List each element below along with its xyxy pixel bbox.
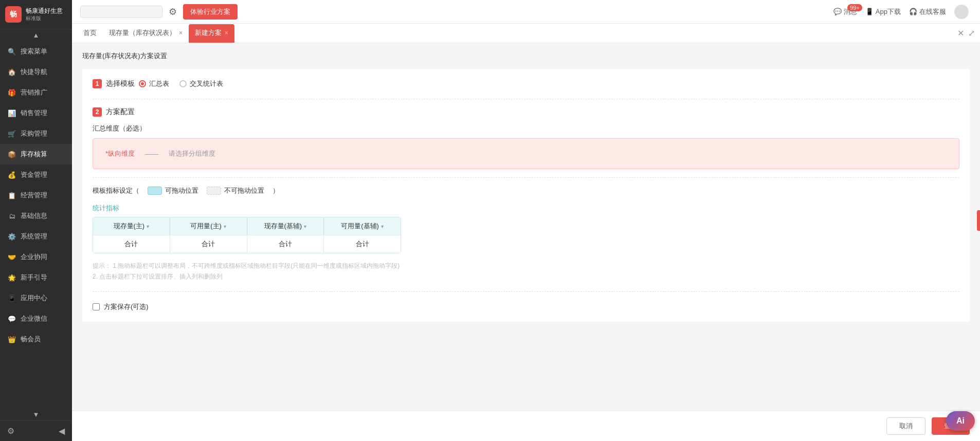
section-1-num: 1	[93, 79, 102, 88]
sidebar-item-basic[interactable]: 🗂 基础信息	[0, 206, 72, 226]
tab-expand-btn[interactable]: ⤢	[968, 28, 975, 38]
topbar-search-input[interactable]	[80, 6, 162, 18]
section-2-header: 2 方案配置	[93, 107, 959, 117]
tab-inventory[interactable]: 现存量（库存状况表） ×	[103, 24, 189, 43]
main: ⚙ 体验行业方案 💬 消息 99+ 📱 App下载 🎧 在线客服	[72, 0, 980, 441]
gear-icon: ⚙️	[7, 232, 16, 241]
chart-icon: 📊	[7, 108, 16, 118]
section-1-title: 选择模板	[106, 79, 135, 88]
box-icon: 📦	[7, 150, 16, 159]
cancel-button[interactable]: 取消	[886, 417, 925, 435]
topbar-settings-icon[interactable]: ⚙	[169, 6, 177, 17]
sidebar-item-purchase[interactable]: 🛒 采购管理	[0, 123, 72, 144]
topbar-app[interactable]: 📱 App下载	[865, 7, 901, 16]
tips-section: 提示： 1.拖动标题栏可以调整布局，不可跨维度或指标区域拖动栏目字段(只能在同一…	[93, 262, 959, 281]
sidebar-item-member[interactable]: 👑 畅会员	[0, 329, 72, 350]
stats-table: 现存量(主) ▾ 可用量(主) ▾ 现存量(基辅) ▾	[93, 217, 401, 253]
section-2-title: 方案配置	[106, 107, 135, 117]
ai-button[interactable]: Ai	[946, 411, 975, 431]
section-2: 2 方案配置 汇总维度（必选） *纵向维度 —— 请选择分组维度 模板指标设定（	[93, 107, 959, 281]
section-1-header: 1 选择模板 汇总表 交叉统计表	[93, 79, 959, 88]
stats-col-0[interactable]: 现存量(主) ▾	[93, 217, 170, 235]
dim-label: 汇总维度（必选）	[93, 124, 959, 133]
sidebar-logo-icon: 畅	[5, 6, 22, 23]
topbar-message[interactable]: 💬 消息 99+	[833, 7, 857, 16]
stats-section: 统计指标 现存量(主) ▾ 可用量(主) ▾	[93, 204, 959, 253]
dim-placeholder: 请选择分组维度	[169, 149, 215, 158]
settings-panel: 1 选择模板 汇总表 交叉统计表	[82, 69, 970, 322]
section-divider-3	[93, 291, 959, 292]
mobile-icon: 📱	[7, 293, 16, 303]
stats-data-0: 合计	[93, 235, 170, 253]
template-label-suffix: ）	[273, 186, 279, 195]
template-label-prefix: 模板指标设定（	[93, 186, 139, 195]
sidebar-item-marketing[interactable]: 🎁 营销推广	[0, 82, 72, 103]
tab-home[interactable]: 首页	[77, 24, 103, 43]
page-title: 现存量(库存状况表)方案设置	[82, 51, 970, 61]
non-draggable-box	[207, 187, 221, 195]
tab-new-scheme-close[interactable]: ×	[225, 29, 228, 36]
tabs-bar: 首页 现存量（库存状况表） × 新建方案 × ✕ ⤢	[72, 24, 980, 43]
sidebar-item-operation[interactable]: 📋 经营管理	[0, 185, 72, 206]
radio-cross[interactable]: 交叉统计表	[179, 79, 223, 88]
bottom-bar: 取消 查询	[72, 411, 980, 441]
sidebar-scroll-down[interactable]: ▼	[0, 409, 72, 420]
content-area: 现存量(库存状况表)方案设置 1 选择模板 汇总表	[72, 43, 980, 411]
handshake-icon: 🤝	[7, 252, 16, 262]
save-option-row: 方案保存(可选)	[93, 302, 959, 311]
chevron-down-icon-3: ▾	[381, 224, 384, 229]
topbar-service[interactable]: 🎧 在线客服	[909, 7, 946, 16]
radio-summary[interactable]: 汇总表	[139, 79, 169, 88]
section-1: 1 选择模板 汇总表 交叉统计表	[93, 79, 959, 88]
stats-data-3: 合计	[324, 235, 401, 253]
section-divider-2	[93, 177, 959, 178]
stats-col-2[interactable]: 现存量(基辅) ▾	[247, 217, 324, 235]
money-icon: 💰	[7, 170, 16, 179]
sidebar-item-appstore[interactable]: 📱 应用中心	[0, 288, 72, 308]
dim-separator: ——	[145, 150, 158, 158]
mobile-download-icon: 📱	[865, 8, 874, 15]
message-icon: 💬	[833, 8, 842, 15]
sidebar-item-wechat[interactable]: 💬 企业微信	[0, 308, 72, 329]
sidebar-item-corporate[interactable]: 🤝 企业协同	[0, 247, 72, 267]
sidebar-scroll-up[interactable]: ▲	[0, 29, 72, 41]
tab-inventory-close[interactable]: ×	[179, 29, 183, 36]
sidebar-item-sales[interactable]: 📊 销售管理	[0, 103, 72, 123]
right-edge-handle[interactable]	[977, 210, 980, 231]
dim-field-label: *纵向维度	[105, 149, 135, 158]
template-indicator-row: 模板指标设定（ 可拖动位置 不可拖动位置 ）	[93, 186, 959, 195]
crown-icon: 👑	[7, 335, 16, 344]
trial-btn[interactable]: 体验行业方案	[183, 4, 238, 20]
collapse-icon[interactable]: ◀	[59, 426, 65, 436]
sidebar-item-inventory[interactable]: 📦 库存核算	[0, 144, 72, 164]
sidebar-item-system[interactable]: ⚙️ 系统管理	[0, 226, 72, 247]
chevron-down-icon-0: ▾	[147, 224, 149, 229]
home-icon: 🏠	[7, 67, 16, 77]
sidebar-item-quicknav[interactable]: 🏠 快捷导航	[0, 62, 72, 82]
topbar-user[interactable]	[954, 5, 972, 19]
sidebar-item-search[interactable]: 🔍 搜索菜单	[0, 41, 72, 62]
clipboard-icon: 📋	[7, 191, 16, 200]
stats-data-1: 合计	[170, 235, 247, 253]
stats-col-3[interactable]: 可用量(基辅) ▾	[324, 217, 401, 235]
stats-header-row: 现存量(主) ▾ 可用量(主) ▾ 现存量(基辅) ▾	[93, 217, 401, 235]
legend-draggable: 可拖动位置	[148, 186, 198, 195]
dim-area[interactable]: *纵向维度 —— 请选择分组维度	[93, 138, 959, 169]
topbar-left: ⚙ 体验行业方案	[80, 4, 238, 20]
headset-icon: 🎧	[909, 8, 917, 15]
tab-new-scheme[interactable]: 新建方案 ×	[189, 24, 234, 43]
tab-close-btn[interactable]: ✕	[957, 28, 964, 38]
sidebar-item-finance[interactable]: 💰 资金管理	[0, 164, 72, 185]
save-checkbox[interactable]	[93, 303, 100, 310]
sidebar: 畅 畅康通好生意 标准版 ▲ 🔍 搜索菜单 🏠 快捷导航 🎁 营销推广 📊 销售…	[0, 0, 72, 441]
settings-footer-icon[interactable]: ⚙	[7, 426, 14, 436]
section-2-num: 2	[93, 107, 102, 117]
chevron-down-icon-2: ▾	[304, 224, 306, 229]
template-radio-group: 汇总表 交叉统计表	[139, 79, 223, 88]
sidebar-item-guide[interactable]: 🌟 新手引导	[0, 267, 72, 288]
chat-icon: 💬	[7, 314, 16, 323]
radio-dot-summary	[139, 80, 146, 87]
message-badge: 99+	[847, 4, 862, 11]
stats-data-row: 合计 合计 合计 合计	[93, 235, 401, 253]
stats-col-1[interactable]: 可用量(主) ▾	[170, 217, 247, 235]
